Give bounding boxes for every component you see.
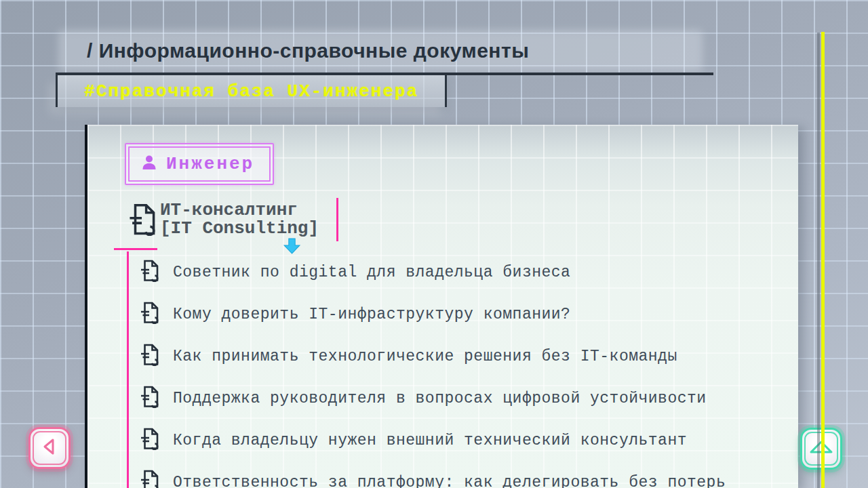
document-title: Кому доверить IT-инфраструктуру компании…	[173, 306, 570, 323]
triangle-left-icon	[41, 437, 58, 459]
documents-panel: Инженер ИТ-консалтинг [IT Consulting] Со…	[85, 125, 798, 488]
document-link-icon	[140, 344, 159, 369]
list-item[interactable]: Когда владельцу нужен внешний технически…	[140, 428, 687, 453]
knowledge-base-tag-label: #Справочная база UX-инженера	[84, 81, 418, 102]
list-accent-line	[127, 251, 129, 488]
list-item[interactable]: Ответственность за платформу: как делеги…	[140, 470, 726, 488]
yellow-line-shadow	[817, 33, 820, 488]
flow-down-arrow-icon	[283, 237, 301, 258]
document-title: Поддержка руководителя в вопросах цифров…	[173, 390, 707, 407]
role-badge[interactable]: Инженер	[125, 143, 274, 185]
document-title: Когда владельцу нужен внешний технически…	[173, 432, 687, 449]
document-link-icon	[140, 428, 159, 453]
yellow-accent-line	[821, 32, 825, 488]
prev-button[interactable]	[28, 427, 71, 469]
list-item[interactable]: Советник по digital для владельца бизнес…	[140, 260, 570, 285]
page-title: / Информационно-справочные документы	[87, 39, 529, 62]
category-title-ru: ИТ-консалтинг	[160, 200, 298, 220]
category-accent-underline	[114, 248, 157, 250]
document-link-icon	[140, 260, 159, 285]
role-badge-label: Инженер	[166, 154, 254, 174]
document-title: Как принимать технологические решения бе…	[173, 348, 677, 365]
document-title: Ответственность за платформу: как делеги…	[173, 474, 726, 488]
document-link-icon	[140, 386, 159, 411]
category-accent-tick	[336, 198, 338, 241]
knowledge-base-tag: #Справочная база UX-инженера	[56, 75, 447, 107]
document-link-icon	[140, 302, 159, 327]
category-title-en: [IT Consulting]	[160, 218, 319, 239]
document-title: Советник по digital для владельца бизнес…	[173, 264, 570, 281]
list-item[interactable]: Поддержка руководителя в вопросах цифров…	[140, 386, 707, 411]
list-item[interactable]: Кому доверить IT-инфраструктуру компании…	[140, 302, 570, 327]
user-icon	[140, 154, 158, 174]
list-item[interactable]: Как принимать технологические решения бе…	[140, 344, 677, 369]
document-link-icon	[129, 203, 157, 239]
category-title[interactable]: ИТ-консалтинг [IT Consulting]	[160, 201, 319, 238]
role-badge-inner: Инженер	[128, 146, 271, 182]
document-link-icon	[140, 470, 159, 488]
